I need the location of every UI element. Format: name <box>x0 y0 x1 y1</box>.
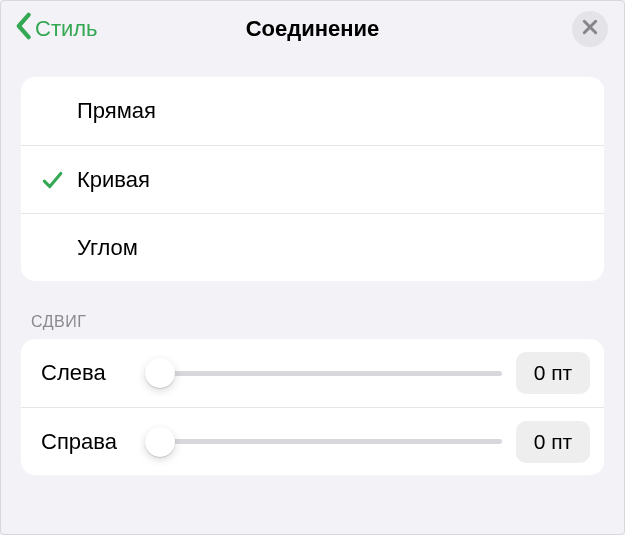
offset-left-slider[interactable] <box>145 358 502 388</box>
panel-header: Стиль Соединение <box>1 1 624 61</box>
chevron-left-icon <box>13 12 33 46</box>
offset-left-label: Слева <box>41 360 131 386</box>
back-label: Стиль <box>35 16 98 42</box>
close-button[interactable] <box>572 11 608 47</box>
list-item-label: Углом <box>77 235 584 261</box>
slider-thumb[interactable] <box>145 427 175 457</box>
slider-track-bg <box>145 371 502 376</box>
back-button[interactable]: Стиль <box>13 12 98 46</box>
offset-right-label: Справа <box>41 429 131 455</box>
offset-right-slider[interactable] <box>145 427 502 457</box>
offset-right-row: Справа 0 пт <box>21 407 604 475</box>
slider-thumb[interactable] <box>145 358 175 388</box>
offset-section-header: СДВИГ <box>31 313 594 331</box>
list-item-label: Прямая <box>77 98 584 124</box>
close-icon <box>582 19 598 39</box>
checkmark-icon <box>41 169 77 191</box>
offset-left-value[interactable]: 0 пт <box>516 352 590 394</box>
offset-right-value[interactable]: 0 пт <box>516 421 590 463</box>
connection-type-curved[interactable]: Кривая <box>21 145 604 213</box>
offset-group: Слева 0 пт Справа 0 пт <box>21 339 604 475</box>
list-item-label: Кривая <box>77 167 584 193</box>
connection-type-list: Прямая Кривая Углом <box>21 77 604 281</box>
style-connection-panel: Стиль Соединение Прямая Кривая <box>0 0 625 535</box>
slider-track-bg <box>145 439 502 444</box>
connection-type-straight[interactable]: Прямая <box>21 77 604 145</box>
connection-type-angled[interactable]: Углом <box>21 213 604 281</box>
offset-left-row: Слева 0 пт <box>21 339 604 407</box>
